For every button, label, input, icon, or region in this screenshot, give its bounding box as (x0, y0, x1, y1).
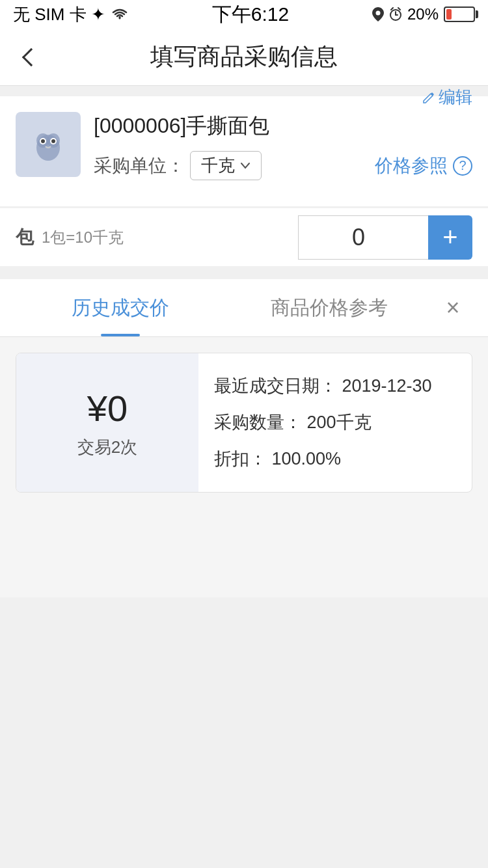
location-icon (372, 7, 384, 21)
discount-item: 折扣： 100.00% (214, 447, 456, 472)
purchase-qty-item: 采购数量： 200千克 (214, 411, 456, 435)
edit-icon (422, 90, 436, 105)
svg-line-5 (398, 8, 400, 10)
discount-value: 100.00% (272, 449, 342, 468)
product-logo-icon (29, 125, 68, 164)
unit-label: 采购单位： (94, 154, 185, 178)
svg-point-11 (41, 139, 45, 143)
help-icon: ? (453, 156, 472, 176)
page-title: 填写商品采购信息 (150, 41, 338, 73)
quantity-unit-info: 包 1包=10千克 (16, 225, 124, 250)
alarm-icon (389, 7, 402, 21)
unit-value: 千克 (201, 154, 235, 177)
recent-date-label: 最近成交日期： (214, 376, 337, 396)
battery-label: 20% (407, 5, 439, 23)
history-price-section: ¥0 交易2次 (16, 353, 198, 492)
back-arrow-icon (22, 47, 40, 66)
quantity-input[interactable] (298, 215, 428, 260)
chevron-down-icon (240, 162, 251, 170)
product-card: [0000006]手撕面包 编辑 采购单位： 千克 (0, 96, 488, 206)
unit-badge: 包 (16, 225, 34, 250)
tab-active-indicator (101, 334, 140, 336)
tab-history-label: 历史成交价 (72, 295, 169, 321)
unit-conversion: 1包=10千克 (42, 227, 124, 248)
recent-date-item: 最近成交日期： 2019-12-30 (214, 374, 456, 399)
history-details-section: 最近成交日期： 2019-12-30 采购数量： 200千克 折扣： 100.0… (198, 353, 472, 492)
history-price: ¥0 (87, 387, 128, 429)
close-icon: × (446, 294, 459, 321)
battery-level (446, 9, 452, 20)
quantity-plus-button[interactable]: + (428, 215, 472, 260)
product-thumbnail (16, 112, 81, 177)
history-trades: 交易2次 (77, 436, 137, 459)
tab-product-price-ref[interactable]: 商品价格参考 (224, 279, 433, 336)
price-ref-button[interactable]: 价格参照 ? (375, 154, 472, 178)
history-card: ¥0 交易2次 最近成交日期： 2019-12-30 采购数量： 200千克 折… (16, 353, 472, 493)
recent-date-value: 2019-12-30 (342, 376, 432, 396)
edit-label: 编辑 (439, 86, 472, 109)
tab-price-ref-label: 商品价格参考 (271, 295, 388, 321)
plus-icon: + (442, 223, 457, 252)
content-area: ¥0 交易2次 最近成交日期： 2019-12-30 采购数量： 200千克 折… (0, 337, 488, 597)
quantity-input-group: + (298, 215, 472, 260)
wifi-icon (111, 8, 129, 21)
purchase-qty-value: 200千克 (307, 413, 372, 432)
purchase-qty-label: 采购数量： (214, 413, 302, 432)
nav-bar: 填写商品采购信息 (0, 29, 488, 86)
product-info: [0000006]手撕面包 编辑 采购单位： 千克 (94, 112, 472, 180)
battery-icon (444, 7, 475, 22)
back-button[interactable] (16, 42, 47, 73)
no-sim-label: 无 SIM 卡 ✦ (13, 3, 105, 26)
discount-label: 折扣： (214, 449, 267, 468)
svg-point-0 (375, 11, 380, 16)
status-left: 无 SIM 卡 ✦ (13, 3, 129, 26)
tab-history-price[interactable]: 历史成交价 (16, 279, 224, 336)
product-name: [0000006]手撕面包 (94, 112, 269, 141)
tab-close-button[interactable]: × (433, 288, 472, 327)
price-ref-label: 价格参照 (375, 154, 448, 178)
product-unit-row: 采购单位： 千克 价格参照 ? (94, 151, 472, 180)
status-time: 下午6:12 (212, 1, 289, 28)
svg-line-4 (391, 8, 393, 10)
edit-button[interactable]: 编辑 (422, 86, 472, 109)
quantity-row: 包 1包=10千克 + (0, 208, 488, 266)
product-header: [0000006]手撕面包 编辑 采购单位： 千克 (16, 112, 472, 180)
unit-select[interactable]: 千克 (190, 151, 262, 180)
status-bar: 无 SIM 卡 ✦ 下午6:12 20% (0, 0, 488, 29)
status-right: 20% (372, 5, 475, 23)
svg-point-12 (51, 139, 55, 143)
tab-bar: 历史成交价 商品价格参考 × (0, 279, 488, 337)
